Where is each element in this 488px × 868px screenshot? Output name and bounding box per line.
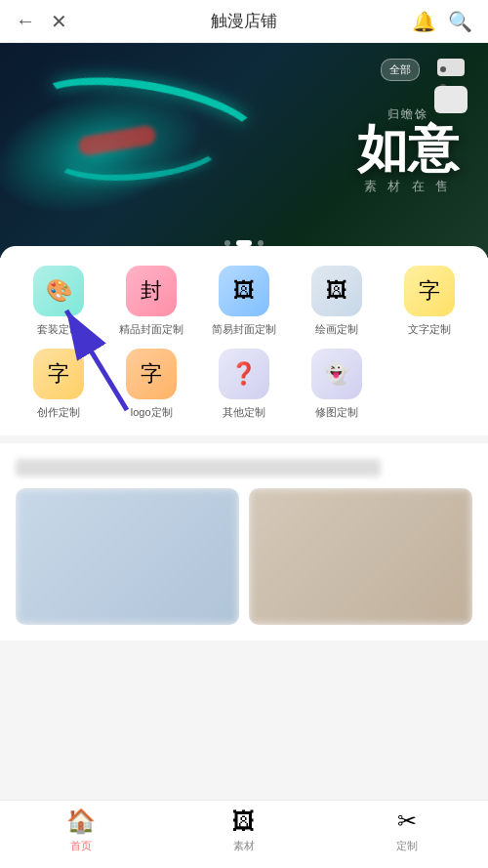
category-label-text: 文字定制	[408, 322, 451, 337]
bell-icon[interactable]: 🔔	[412, 10, 436, 33]
category-item-creation[interactable]: 字创作定制	[16, 349, 102, 420]
category-icon-retouch: 👻	[311, 349, 362, 399]
nav-bar-right: 🔔 🔍	[412, 10, 472, 33]
category-item-simple-cover[interactable]: 🖼简易封面定制	[201, 266, 288, 337]
category-item-premium-cover[interactable]: 封精品封面定制	[108, 266, 195, 337]
category-icon-simple-cover: 🖼	[219, 266, 269, 316]
category-label-creation: 创作定制	[37, 405, 80, 420]
bottom-nav: 🏠首页🖼素材✂定制	[0, 800, 488, 868]
category-item-text[interactable]: 字文字定制	[386, 266, 472, 337]
page-title: 触漫店铺	[211, 10, 277, 32]
nav-label-home: 首页	[70, 839, 92, 853]
search-icon[interactable]: 🔍	[448, 10, 472, 33]
category-icon-suit: 🎨	[33, 266, 84, 316]
nav-bar-left: ← ✕	[16, 10, 67, 33]
category-icon-text: 字	[404, 266, 455, 316]
main-content: 🎨套装定制封精品封面定制🖼简易封面定制🖼绘画定制字文字定制字创作定制字logo定…	[0, 246, 488, 641]
banner-text: 归蟾馀 如意 素 材 在 售	[357, 106, 459, 195]
products-grid	[16, 488, 472, 625]
category-label-logo: logo定制	[131, 405, 173, 420]
product-card-1[interactable]	[16, 488, 239, 625]
category-icon-other: ❓	[219, 349, 269, 399]
banner: 归蟾馀 如意 素 材 在 售 全部	[0, 43, 488, 258]
category-item-logo[interactable]: 字logo定制	[108, 349, 195, 420]
category-icon-painting: 🖼	[311, 266, 362, 316]
robot-body	[434, 86, 468, 113]
banner-robot	[429, 59, 472, 102]
banner-tag[interactable]: 全部	[381, 59, 420, 81]
blurred-section-title	[16, 459, 381, 476]
category-label-premium-cover: 精品封面定制	[119, 322, 183, 337]
nav-item-home[interactable]: 🏠首页	[0, 807, 163, 861]
category-grid: 🎨套装定制封精品封面定制🖼简易封面定制🖼绘画定制字文字定制字创作定制字logo定…	[16, 266, 472, 420]
nav-icon-custom: ✂	[397, 807, 417, 835]
category-icon-premium-cover: 封	[126, 266, 177, 316]
back-button[interactable]: ←	[16, 10, 35, 32]
category-icon-creation: 字	[33, 349, 84, 399]
nav-label-custom: 定制	[396, 839, 418, 853]
nav-icon-home: 🏠	[66, 807, 96, 835]
category-label-suit: 套装定制	[37, 322, 80, 337]
section-divider	[0, 435, 488, 443]
banner-desc: 素 材 在 售	[357, 178, 459, 195]
category-item-painting[interactable]: 🖼绘画定制	[293, 266, 380, 337]
nav-icon-material: 🖼	[232, 807, 256, 835]
nav-item-custom[interactable]: ✂定制	[325, 807, 488, 861]
product-image-2	[249, 488, 472, 625]
nav-item-material[interactable]: 🖼素材	[163, 807, 326, 861]
category-label-painting: 绘画定制	[315, 322, 358, 337]
category-item-other[interactable]: ❓其他定制	[201, 349, 288, 420]
category-label-simple-cover: 简易封面定制	[212, 322, 276, 337]
robot-eye-left	[440, 66, 446, 72]
banner-title: 如意	[357, 123, 459, 174]
nav-label-material: 素材	[233, 839, 255, 853]
category-icon-logo: 字	[126, 349, 177, 399]
close-button[interactable]: ✕	[51, 10, 67, 33]
category-item-retouch[interactable]: 👻修图定制	[293, 349, 380, 420]
product-image-1	[16, 488, 239, 625]
nav-bar: ← ✕ 触漫店铺 🔔 🔍	[0, 0, 488, 43]
category-label-retouch: 修图定制	[315, 405, 358, 420]
category-label-other: 其他定制	[223, 405, 265, 420]
banner-dragon	[20, 62, 273, 189]
category-item-suit[interactable]: 🎨套装定制	[16, 266, 102, 337]
product-card-2[interactable]	[249, 488, 472, 625]
